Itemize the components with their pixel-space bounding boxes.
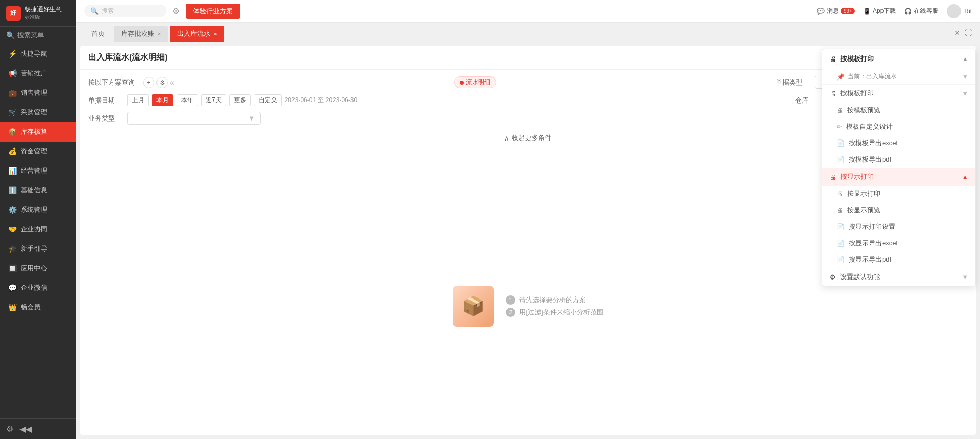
- sidebar-item-marketing[interactable]: 📢 营销推广: [0, 64, 76, 83]
- settings-icon[interactable]: ⚙: [6, 424, 13, 434]
- message-btn[interactable]: 💬 消息 99+: [817, 7, 855, 15]
- date-btn-more[interactable]: 更多: [229, 94, 251, 106]
- template-excel-icon: 📄: [837, 139, 845, 147]
- sidebar-item-sales[interactable]: 💼 销售管理: [0, 83, 76, 103]
- business-type-select[interactable]: ▼: [127, 112, 261, 125]
- empty-steps: 1 请先选择要分析的方案 2 用[过滤]条件来缩小分析范围: [506, 295, 603, 317]
- guide-icon: 🎓: [8, 245, 16, 253]
- sidebar-item-finance[interactable]: 💰 资金管理: [0, 142, 76, 161]
- topbar: 🔍 搜索 ⚙ 体验行业方案 💬 消息 99+ 📱 App下载 🎧 在线客服 Ri…: [76, 0, 980, 23]
- dropdown-item-template-custom[interactable]: ✏ 模板自定义设计: [822, 118, 975, 135]
- tab-inventory-flow[interactable]: 出入库流水 ×: [170, 26, 224, 42]
- filter-collapse-icon[interactable]: «: [170, 78, 174, 87]
- sidebar-item-wechat[interactable]: 💬 企业微信: [0, 278, 76, 297]
- doc-type-label: 单据类型: [776, 78, 807, 87]
- dropdown-item-display-preview[interactable]: 🖨 按显示预览: [822, 202, 975, 218]
- dropdown-section-template-header[interactable]: 🖨 按模板打印 ▼: [822, 85, 975, 102]
- current-caret[interactable]: ▼: [962, 73, 968, 81]
- topbar-right: 💬 消息 99+ 📱 App下载 🎧 在线客服 Rit: [817, 4, 972, 18]
- filter-tag-dot: [460, 81, 464, 85]
- display-print-item-icon: 🖨: [837, 190, 843, 197]
- sidebar-item-inventory[interactable]: 📦 库存核算: [0, 122, 76, 142]
- trial-btn[interactable]: 体验行业方案: [186, 4, 240, 19]
- date-range-text: 2023-06-01 至 2023-06-30: [285, 96, 357, 105]
- dropdown-up-icon[interactable]: ▲: [962, 55, 968, 63]
- dropdown-item-template-preview[interactable]: 🖨 按模板预览: [822, 102, 975, 118]
- dropdown-scrollable: 🖨 按模板打印 ▼ 🖨 按模板预览 ✏ 模板自定义设计 📄 按模板导出excel: [822, 85, 975, 268]
- date-btn-7days[interactable]: 近7天: [201, 94, 226, 106]
- sidebar-item-system[interactable]: ⚙️ 系统管理: [0, 200, 76, 220]
- collapse-sidebar-icon[interactable]: ◀◀: [19, 424, 32, 434]
- display-excel-icon: 📄: [837, 240, 845, 247]
- template-print-icon: 🖨: [830, 90, 836, 97]
- display-print-label: 按显示打印: [840, 172, 874, 182]
- date-btn-this-month[interactable]: 本月: [152, 94, 173, 106]
- current-label: 当前：出入库流水: [848, 72, 897, 81]
- basic-icon: ℹ️: [8, 186, 16, 194]
- sidebar-item-label: 企业协同: [21, 225, 47, 234]
- dropdown-item-display-print-settings[interactable]: 📄 按显示打印设置: [822, 218, 975, 235]
- wechat-icon: 💬: [8, 284, 16, 292]
- filter-setting-btn[interactable]: ⚙: [156, 77, 168, 88]
- maximize-icon[interactable]: ⛶: [965, 29, 972, 37]
- dropdown-section-display-header[interactable]: 🖨 按显示打印 ▲: [822, 168, 975, 186]
- date-btn-last-month[interactable]: 上月: [127, 94, 149, 106]
- online-service-btn[interactable]: 🎧 在线客服: [904, 7, 938, 15]
- footer-caret: ▼: [962, 273, 968, 281]
- close-window-icon[interactable]: ✕: [954, 29, 961, 37]
- section-header-left: 🖨 按模板打印: [830, 89, 874, 98]
- dropdown-item-display-pdf[interactable]: 📄 按显示导出pdf: [822, 251, 975, 268]
- inventory-icon: 📦: [8, 128, 16, 136]
- user-area[interactable]: Rit: [947, 4, 972, 18]
- template-custom-label: 模板自定义设计: [846, 122, 893, 131]
- topbar-gear-icon[interactable]: ⚙: [172, 6, 180, 16]
- tab-batch-close-icon[interactable]: ×: [158, 31, 161, 37]
- dropdown-item-display-excel[interactable]: 📄 按显示导出excel: [822, 235, 975, 251]
- sidebar-item-member[interactable]: 👑 畅会员: [0, 297, 76, 317]
- date-btn-this-year[interactable]: 本年: [177, 94, 198, 106]
- sidebar-item-purchase[interactable]: 🛒 采购管理: [0, 103, 76, 122]
- tab-home-label: 首页: [91, 29, 105, 38]
- sidebar: 好 畅捷通好生意 标准版 🔍 搜索菜单 ⚡ 快捷导航 📢 营销推广 💼 销售管理…: [0, 0, 76, 439]
- sidebar-item-guide[interactable]: 🎓 新手引导: [0, 239, 76, 258]
- sidebar-item-operations[interactable]: 📊 经营管理: [0, 161, 76, 181]
- tab-inventory-flow-label: 出入库流水: [177, 29, 210, 38]
- box-icon: 📦: [462, 295, 485, 317]
- sidebar-item-apps[interactable]: 🔲 应用中心: [0, 258, 76, 278]
- sidebar-item-search[interactable]: 🔍 搜索菜单: [0, 27, 76, 44]
- avatar: [947, 4, 961, 18]
- topbar-search[interactable]: 🔍 搜索: [84, 5, 166, 17]
- filter-tag[interactable]: 流水明细: [454, 76, 496, 88]
- tab-flow-close-icon[interactable]: ×: [213, 31, 217, 37]
- dropdown-item-template-excel[interactable]: 📄 按模板导出excel: [822, 135, 975, 151]
- template-pdf-label: 按模板导出pdf: [849, 155, 891, 164]
- tabs-bar: 首页 库存批次账 × 出入库流水 × ✕ ⛶: [76, 23, 980, 42]
- sidebar-item-collab[interactable]: 🤝 企业协同: [0, 220, 76, 239]
- filter-add-btn[interactable]: +: [143, 77, 154, 88]
- sidebar-item-label: 采购管理: [21, 108, 47, 117]
- logo-text: 好: [10, 9, 16, 17]
- topbar-search-placeholder: 搜索: [102, 7, 114, 15]
- tab-batch-account[interactable]: 库存批次账 ×: [114, 26, 168, 42]
- app-download-btn[interactable]: 📱 App下载: [863, 7, 896, 15]
- sidebar-item-quick-nav[interactable]: ⚡ 快捷导航: [0, 44, 76, 64]
- online-service-label: 在线客服: [914, 7, 938, 15]
- search-icon: 🔍: [6, 31, 14, 39]
- filter-title: 按以下方案查询: [88, 78, 135, 87]
- dropdown-item-template-pdf[interactable]: 📄 按模板导出pdf: [822, 151, 975, 168]
- sidebar-item-basic[interactable]: ℹ️ 基础信息: [0, 181, 76, 200]
- date-btn-custom[interactable]: 自定义: [254, 94, 282, 106]
- dropdown-header: 🖨 按模板打印 ▲: [822, 49, 975, 69]
- tab-batch-account-label: 库存批次账: [121, 29, 154, 38]
- template-preview-label: 按模板预览: [847, 106, 880, 115]
- window-controls: ✕ ⛶: [954, 29, 972, 39]
- operations-icon: 📊: [8, 167, 16, 175]
- dropdown-item-display-print[interactable]: 🖨 按显示打印: [822, 186, 975, 202]
- dropdown-current: 📌 当前：出入库流水 ▼: [822, 69, 975, 85]
- tab-home[interactable]: 首页: [84, 26, 112, 42]
- empty-illustration: 📦: [453, 286, 494, 327]
- dropdown-footer[interactable]: ⚙ 设置默认功能 ▼: [822, 268, 975, 286]
- display-settings-label: 按显示打印设置: [849, 222, 895, 231]
- system-icon: ⚙️: [8, 206, 16, 214]
- filter-tag-label: 流水明细: [466, 78, 491, 87]
